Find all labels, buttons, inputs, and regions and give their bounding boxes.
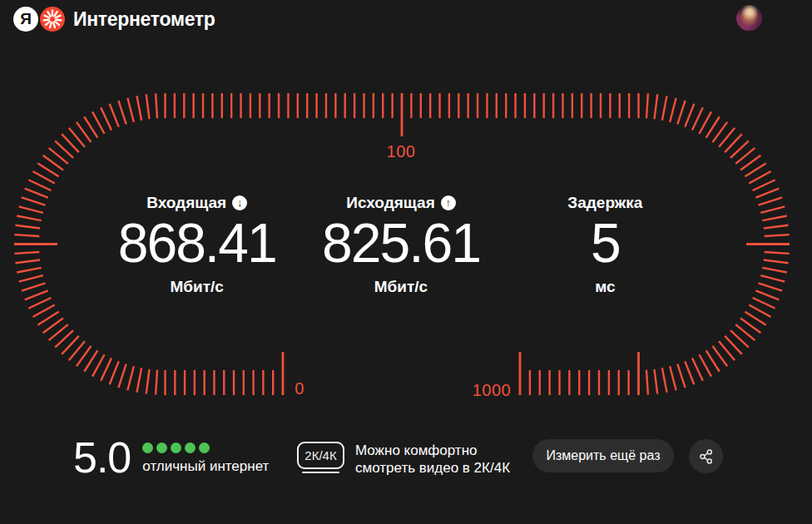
download-unit: Мбит/с [95,278,299,296]
rating-dots [142,442,269,453]
latency-unit: мс [503,278,707,296]
tv-stand [302,472,339,473]
retry-button[interactable]: Измерить ещё раз [532,439,674,472]
download-label-row: Входящая ↓ [95,195,299,211]
upload-unit: Мбит/с [299,278,503,296]
quality-block: 2К/4К Можно комфортно смотреть видео в 2… [297,442,510,477]
download-value: 868.41 [95,213,299,273]
latency-label-row: Задержка [503,195,707,211]
rating-caption: отличный интернет [142,458,269,475]
quality-text: Можно комфортно смотреть видео в 2К/4К [355,442,510,477]
gauge-label-start: 0 [295,380,304,397]
upload-arrow-icon: ↑ [441,195,456,210]
upload-value: 825.61 [299,213,503,273]
rating-block: 5.0 отличный интернет [73,438,269,477]
gauge-label-end: 1000 [473,382,512,398]
gauge-label-mid: 100 [387,143,416,160]
download-label: Входящая [146,194,226,212]
rating-detail: отличный интернет [142,438,269,477]
latency-value: 5 [503,213,707,273]
rating-score: 5.0 [73,438,131,477]
download-arrow-icon: ↓ [232,195,247,210]
tv-screen-badge: 2К/4К [297,442,344,469]
upload-label: Исходящая [346,194,435,212]
quality-text-line2: смотреть видео в 2К/4К [355,459,510,477]
metric-latency: Задержка 5 мс [503,195,707,296]
tv-icon: 2К/4К [297,442,344,473]
share-icon [698,448,715,465]
quality-text-line1: Можно комфортно [355,442,510,459]
metrics-row: Входящая ↓ 868.41 Мбит/с Исходящая ↑ 825… [95,195,707,296]
share-button[interactable] [689,439,723,473]
latency-label: Задержка [567,194,642,212]
metric-upload: Исходящая ↑ 825.61 Мбит/с [299,195,503,296]
upload-label-row: Исходящая ↑ [299,195,503,211]
metric-download: Входящая ↓ 868.41 Мбит/с [95,195,299,296]
